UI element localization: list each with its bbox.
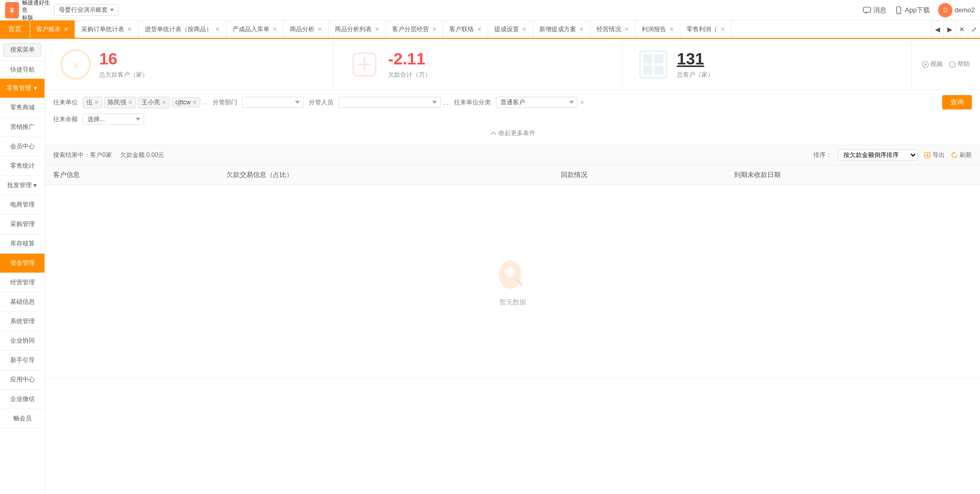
svg-point-2 — [898, 12, 899, 13]
sidebar-item-retail-stats[interactable]: 零售统计 — [0, 156, 44, 176]
sidebar-item-ecommerce[interactable]: 电商管理 — [0, 195, 44, 215]
tab-purchase-order-stats[interactable]: 采购订单统计表 ✕ — [75, 20, 139, 38]
tab-stock-stats[interactable]: 进货单统计表（按商品） ✕ — [139, 20, 226, 38]
remove-tag-cjttcw[interactable]: ✕ — [192, 99, 197, 106]
tab-profit-report[interactable]: 利润报告 ✕ — [635, 20, 680, 38]
nav-expand-button[interactable]: ⤢ — [968, 20, 980, 38]
close-icon[interactable]: ✕ — [522, 26, 527, 33]
video-button[interactable]: 视频 — [922, 60, 943, 69]
svg-marker-14 — [925, 63, 927, 65]
export-label: 导出 — [932, 151, 945, 160]
tab-customer-ledger[interactable]: 客户账本 ✕ — [30, 20, 75, 38]
stat-value-total: 131 — [677, 50, 714, 69]
close-icon[interactable]: ✕ — [215, 26, 220, 33]
message-label: 消息 — [873, 6, 886, 15]
person-select[interactable] — [338, 97, 441, 108]
app-download-label: App下载 — [905, 6, 930, 15]
sidebar-item-system[interactable]: 系统管理 — [0, 312, 44, 331]
export-button[interactable]: 导出 — [924, 151, 945, 160]
help-icon: ? — [949, 61, 956, 68]
close-icon[interactable]: ✕ — [432, 26, 437, 33]
filter-more-tags[interactable]: ... — [202, 99, 208, 106]
tab-commission-settings[interactable]: 提成设置 ✕ — [488, 20, 533, 38]
tab-home[interactable]: 首页 — [0, 20, 30, 38]
sort-select[interactable]: 按欠款金额倒序排序 — [838, 149, 918, 161]
person-more-icon[interactable]: ... — [443, 98, 449, 106]
result-bar-right: 排序： 按欠款金额倒序排序 导出 刷新 — [813, 149, 972, 161]
sort-label: 排序： — [813, 151, 832, 160]
nav-close-all-button[interactable]: ✕ — [955, 20, 968, 38]
sidebar-item-newbie-guide[interactable]: 新手引导 — [0, 351, 44, 370]
stat-content-debt: -2.11 欠款合计（万） — [388, 50, 431, 79]
store-name: 母婴行业演示账套 — [59, 6, 108, 14]
refresh-label: 刷新 — [960, 151, 972, 160]
close-icon[interactable]: ✕ — [64, 26, 69, 33]
tab-add-commission[interactable]: 新增提成方案 ✕ — [533, 20, 590, 38]
tab-customer-layered[interactable]: 客户分层经营 ✕ — [386, 20, 443, 38]
stat-content-customers: 16 总欠款客户（家） — [99, 50, 148, 79]
remove-unit-type[interactable]: ✕ — [580, 99, 584, 106]
sidebar-item-member-center[interactable]: 会员中心 — [0, 137, 44, 156]
sidebar-item-operations[interactable]: 经营管理 — [0, 273, 44, 293]
app-download-button[interactable]: App下载 — [895, 6, 930, 15]
sidebar-item-wholesale[interactable]: 批发管理 ▼ — [0, 176, 44, 195]
user-menu[interactable]: D demo2 — [938, 3, 975, 17]
close-icon[interactable]: ✕ — [272, 26, 277, 33]
tab-business-status[interactable]: 经营情况 ✕ — [590, 20, 635, 38]
avatar: D — [938, 3, 952, 17]
nav-tabs: 首页 客户账本 ✕ 采购订单统计表 ✕ 进货单统计表（按商品） ✕ 产成品入库单… — [0, 20, 980, 39]
sidebar-item-app-center[interactable]: 应用中心 — [0, 370, 44, 390]
sidebar-item-finance[interactable]: 资金管理 — [0, 254, 44, 273]
sidebar-item-enterprise-wechat[interactable]: 企业微信 — [0, 390, 44, 409]
unit-type-select[interactable]: 普通客户 — [496, 97, 578, 108]
query-button[interactable]: 查询 — [942, 95, 972, 109]
sidebar-search-area: 搜索菜单 — [0, 39, 44, 61]
search-menu-button[interactable]: 搜索菜单 — [3, 43, 41, 57]
sidebar-item-retail-management[interactable]: 零售管理 ▼ — [0, 79, 44, 98]
stat-block-customers: ¥ 16 总欠款客户（家） — [45, 39, 334, 89]
sidebar-item-purchase[interactable]: 采购管理 — [0, 215, 44, 234]
remove-tag-wangxiaoliang[interactable]: ✕ — [162, 99, 166, 106]
close-icon[interactable]: ✕ — [375, 26, 379, 33]
sidebar-item-enterprise-collab[interactable]: 企业协同 — [0, 331, 44, 351]
tab-customer-contact[interactable]: 客户联络 ✕ — [443, 20, 488, 38]
svg-rect-0 — [863, 7, 871, 12]
tab-retail-profit[interactable]: 零售利润（ ✕ — [680, 20, 732, 38]
sidebar-item-retail-mall[interactable]: 零售商城 — [0, 98, 44, 118]
sidebar-item-quick-nav[interactable]: 快捷导航 — [0, 61, 44, 79]
close-icon[interactable]: ✕ — [624, 26, 629, 33]
video-icon — [922, 61, 929, 68]
svg-text:?: ? — [951, 62, 953, 68]
tab-product-analysis[interactable]: 商品分析 ✕ — [284, 20, 329, 38]
close-icon[interactable]: ✕ — [579, 26, 584, 33]
tab-home-label: 首页 — [8, 25, 21, 34]
sidebar-item-basic-info[interactable]: 基础信息 — [0, 293, 44, 312]
tab-product-warehousing[interactable]: 产成品入库单 ✕ — [226, 20, 284, 38]
nav-next-button[interactable]: ▶ — [943, 20, 955, 38]
top-bar: ¥ 畅捷通好生意 标版 母婴行业演示账套 消息 App下载 D demo2 — [0, 0, 980, 20]
help-button[interactable]: ? 帮助 — [949, 60, 970, 69]
main-layout: 搜索菜单 快捷导航 零售管理 ▼ 零售商城 营销推广 会员中心 零售统计 批发管… — [0, 39, 980, 494]
filter-tag-wangxiaoliang: 王小亮 ✕ — [138, 97, 170, 108]
refresh-button[interactable]: 刷新 — [951, 151, 972, 160]
close-icon[interactable]: ✕ — [127, 26, 132, 33]
balance-select[interactable]: 选择... — [83, 114, 144, 125]
close-icon[interactable]: ✕ — [477, 26, 482, 33]
close-icon[interactable]: ✕ — [669, 26, 674, 33]
store-selector[interactable]: 母婴行业演示账套 — [54, 4, 119, 16]
sidebar-item-member[interactable]: 畅会员 — [0, 409, 44, 429]
remove-tag-wu[interactable]: ✕ — [94, 99, 99, 106]
sidebar-item-inventory[interactable]: 库存核算 — [0, 234, 44, 254]
tab-product-analysis-list[interactable]: 商品分析列表 ✕ — [329, 20, 386, 38]
unit-type-label: 往来单位分类 — [454, 98, 491, 107]
message-button[interactable]: 消息 — [863, 6, 886, 15]
collapse-button[interactable]: 收起更多条件 — [490, 127, 535, 140]
close-icon[interactable]: ✕ — [720, 26, 725, 33]
nav-prev-button[interactable]: ◀ — [931, 20, 943, 38]
dept-select[interactable] — [242, 97, 304, 108]
remove-tag-chenminqiang[interactable]: ✕ — [128, 99, 132, 106]
close-icon[interactable]: ✕ — [317, 26, 322, 33]
sidebar-item-marketing[interactable]: 营销推广 — [0, 118, 44, 137]
sidebar: 搜索菜单 快捷导航 零售管理 ▼ 零售商城 营销推广 会员中心 零售统计 批发管… — [0, 39, 45, 494]
result-amount: 欠款金额 0.00元 — [120, 151, 165, 160]
